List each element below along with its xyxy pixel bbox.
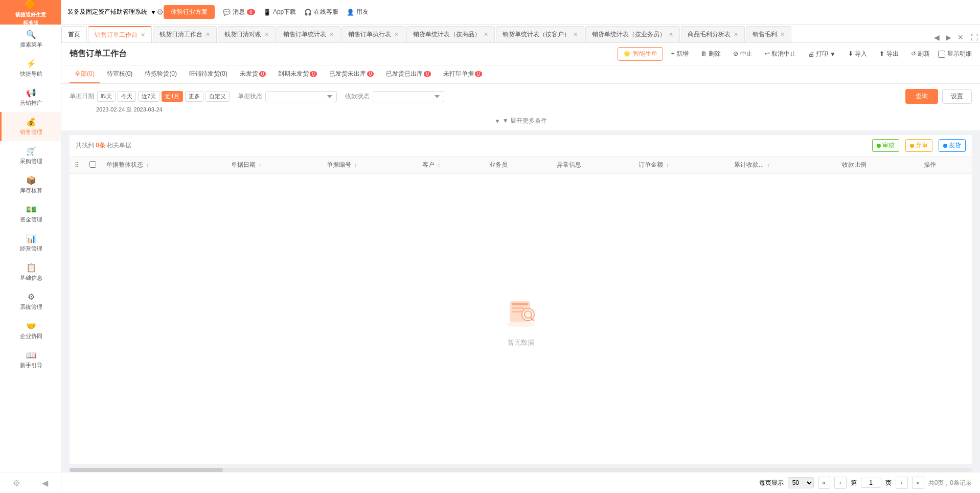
date-quick-btn-近1月[interactable]: 近1月 (162, 91, 183, 102)
payment-select[interactable] (373, 91, 444, 102)
next-page-btn[interactable]: › (896, 477, 908, 489)
tab-close-6[interactable]: ✕ (484, 31, 488, 38)
sidebar-item-新手引导[interactable]: 📖新手引导 (0, 345, 61, 374)
show-detail-toggle[interactable]: 显示明细 (938, 50, 972, 58)
tab-close-1[interactable]: ✕ (141, 32, 145, 38)
horizontal-scrollbar[interactable] (70, 468, 972, 472)
message-btn[interactable]: 💬 消息 6 (223, 8, 255, 16)
page-input[interactable] (861, 478, 881, 488)
sidebar-item-icon-10: 🤝 (26, 321, 36, 331)
delete-btn[interactable]: 🗑 删除 (697, 48, 725, 60)
col-received: 累计收款... ↕ (729, 156, 837, 174)
date-quick-btn-今天[interactable]: 今天 (118, 91, 136, 102)
collapse-icon[interactable]: ◀ (42, 478, 48, 488)
sidebar-item-icon-6: 💵 (26, 205, 36, 214)
sub-tab-待拣验货[interactable]: 待拣验货(0) (140, 65, 182, 83)
sidebar-item-营销推广[interactable]: 📢营销推广 (0, 83, 61, 112)
sidebar-item-销售管理[interactable]: 💰销售管理 (0, 112, 61, 141)
sub-tab-全部[interactable]: 全部(0) (70, 65, 100, 83)
export-btn[interactable]: ⬆ 导出 (875, 48, 902, 60)
print-label: 打印 (816, 50, 828, 58)
headset-icon: 🎧 (304, 9, 312, 16)
tab-close-7[interactable]: ✕ (573, 31, 578, 38)
cancel-audit-btn[interactable]: 弃审 (905, 139, 932, 152)
first-page-btn[interactable]: « (818, 477, 830, 489)
tab-6[interactable]: 销货单统计表（按商品）✕ (406, 26, 495, 42)
sub-tab-旺铺待发货[interactable]: 旺铺待发货(0) (184, 65, 233, 83)
cancel-stop-btn[interactable]: ↩ 取消中止 (761, 48, 800, 60)
tab-2[interactable]: 钱货日清工作台✕ (153, 26, 217, 42)
smart-generate-btn[interactable]: 🌟 智能生单 (618, 47, 663, 61)
sidebar-item-搜索菜单[interactable]: 🔍搜索菜单 (0, 25, 61, 54)
sub-tab-已发货未出库[interactable]: 已发货未出库0 (324, 65, 379, 83)
tab-close-10[interactable]: ✕ (780, 31, 785, 38)
online-service-btn[interactable]: 🎧 在线客服 (304, 8, 338, 16)
sidebar-item-经营管理[interactable]: 📊经营管理 (0, 229, 61, 258)
tab-5[interactable]: 销售订单执行表✕ (341, 26, 405, 42)
add-btn[interactable]: + 新增 (667, 48, 693, 60)
page-size-select[interactable]: 50 10 20 100 (788, 477, 814, 488)
gear-icon[interactable]: ⚙ (156, 7, 164, 17)
stop-btn[interactable]: ⊘ 中止 (729, 48, 756, 60)
tab-close-9[interactable]: ✕ (734, 31, 738, 38)
tab-0[interactable]: 首页 (61, 26, 87, 42)
user-btn[interactable]: 👤 用友 (347, 8, 369, 16)
sidebar-item-采购管理[interactable]: 🛒采购管理 (0, 141, 61, 170)
sub-tab-未打印单据[interactable]: 未打印单据0 (438, 65, 487, 83)
query-btn[interactable]: 查询 (905, 89, 938, 104)
print-btn[interactable]: 🖨 打印 ▼ (804, 48, 840, 60)
tab-close-5[interactable]: ✕ (394, 31, 399, 38)
sidebar-item-企业协同[interactable]: 🤝企业协同 (0, 316, 61, 345)
select-all-checkbox[interactable] (89, 161, 96, 168)
tab-close-8[interactable]: ✕ (669, 31, 673, 38)
sidebar-item-快捷导航[interactable]: ⚡快捷导航 (0, 54, 61, 83)
pagination: 每页显示 50 10 20 100 « ‹ 第 页 › » 共0页，0条记录 (61, 472, 980, 493)
status-select[interactable] (265, 91, 337, 102)
import-btn[interactable]: ⬇ 导入 (844, 48, 871, 60)
sidebar-item-资金管理[interactable]: 💵资金管理 (0, 199, 61, 229)
tab-9[interactable]: 商品毛利分析表✕ (681, 26, 745, 42)
tab-close-2[interactable]: ✕ (206, 31, 210, 38)
date-quick-btn-昨天[interactable]: 昨天 (97, 91, 116, 102)
tab-7[interactable]: 销货单统计表（按客户）✕ (496, 26, 584, 42)
app-download-btn[interactable]: 📱 App下载 (263, 8, 296, 16)
setting-btn[interactable]: 设置 (942, 89, 972, 104)
sidebar-item-库存核算[interactable]: 📦库存核算 (0, 170, 61, 199)
sub-tab-未发货[interactable]: 未发货0 (235, 65, 271, 83)
ship-btn[interactable]: 发货 (939, 139, 966, 152)
tab-next-arrow[interactable]: ▶ (944, 32, 953, 42)
date-quick-btn-更多[interactable]: 更多 (185, 91, 203, 102)
print-icon: 🖨 (808, 51, 814, 58)
system-title[interactable]: 装备及固定资产辅助管理系统 ▼ (67, 8, 156, 16)
sidebar-item-系统管理[interactable]: ⚙系统管理 (0, 287, 61, 316)
sub-tab-到期未发货[interactable]: 到期未发货0 (273, 65, 322, 83)
scrollbar-thumb[interactable] (70, 468, 223, 472)
tab-8[interactable]: 销货单统计表（按业务员）✕ (585, 26, 680, 42)
expand-filter-btn[interactable]: ▼ ▼ 展开更多条件 (70, 117, 972, 125)
date-quick-btn-近7天[interactable]: 近7天 (138, 91, 159, 102)
prev-page-btn[interactable]: ‹ (834, 477, 847, 489)
col-exception: 异常信息 (552, 156, 633, 174)
sidebar-item-基础信息[interactable]: 📋基础信息 (0, 258, 61, 287)
tab-10[interactable]: 销售毛利✕ (746, 26, 791, 42)
tab-1[interactable]: 销售订单工作台✕ (88, 26, 152, 42)
tab-fullscreen[interactable]: ⛶ (969, 32, 980, 42)
refresh-btn[interactable]: ↺ 刷新 (907, 48, 934, 60)
settings-icon[interactable]: ⚙ (13, 478, 20, 488)
sub-tab-待审核[interactable]: 待审核(0) (102, 65, 138, 83)
sidebar-item-label-4: 采购管理 (20, 158, 42, 165)
audit-btn[interactable]: 审核 (872, 139, 899, 152)
tab-prev-arrow[interactable]: ◀ (932, 32, 942, 42)
tab-4[interactable]: 销售订单统计表✕ (277, 26, 340, 42)
show-detail-checkbox[interactable] (938, 51, 945, 58)
last-page-btn[interactable]: » (912, 477, 924, 489)
date-quick-btn-自定义[interactable]: 自定义 (206, 91, 230, 102)
tab-close-all[interactable]: ✕ (955, 32, 966, 42)
sub-tab-badge-7: 0 (424, 71, 431, 77)
industry-btn[interactable]: 体验行业方案 (164, 5, 215, 19)
tab-close-4[interactable]: ✕ (329, 31, 334, 38)
sub-tab-label-0: 全部 (75, 70, 87, 77)
sub-tab-已发货已出库[interactable]: 已发货已出库0 (381, 65, 436, 83)
tab-close-3[interactable]: ✕ (264, 31, 269, 38)
tab-3[interactable]: 钱货日清对账✕ (218, 26, 276, 42)
